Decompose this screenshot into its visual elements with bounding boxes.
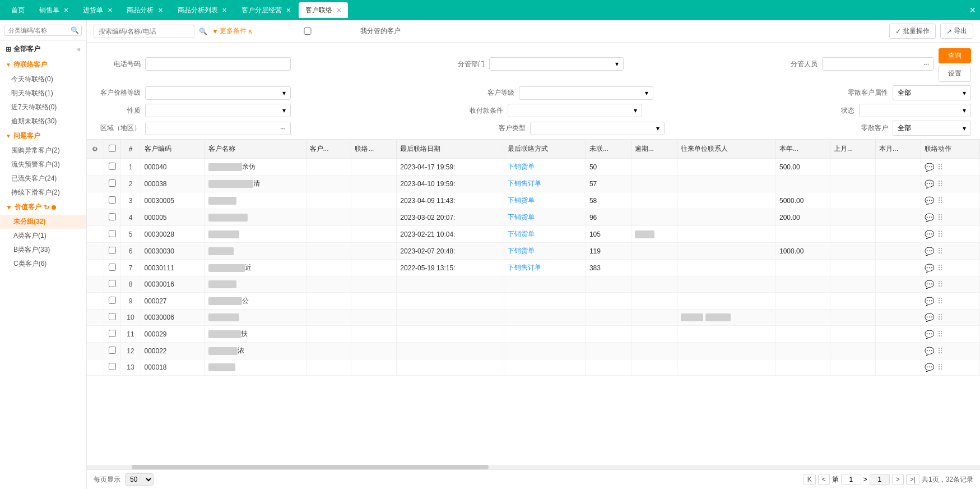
chat-icon[interactable]: 💬 [925,213,934,222]
sidebar-item-tomorrow[interactable]: 明天待联络(1) [0,86,86,100]
cust-grade-select[interactable]: ▾ [519,86,653,100]
grid-action-icon[interactable]: ⠿ [937,330,943,339]
query-button[interactable]: 查询 [939,48,971,63]
my-customers-checkbox-label[interactable]: 我分管的客户 [257,26,401,36]
row-checkbox[interactable] [109,313,116,320]
row-checkbox[interactable] [109,280,116,287]
chat-icon[interactable]: 💬 [925,163,934,172]
tab-sales-order[interactable]: 销售单 × [32,2,75,18]
payment-select[interactable]: ▾ [508,104,642,117]
dept-select[interactable]: ▾ [489,57,624,71]
search-icon[interactable]: 🔍 [199,27,207,35]
reset-button[interactable]: 设置 [939,66,971,82]
close-icon[interactable]: × [222,6,227,15]
td-checkbox[interactable] [104,176,120,192]
method-link[interactable]: 下销货单 [508,247,535,255]
grid-action-icon[interactable]: ⠿ [937,363,943,372]
grid-action-icon[interactable]: ⠿ [937,196,943,205]
export-button[interactable]: ↗ 导出 [940,24,973,39]
close-icon[interactable]: × [158,6,162,15]
td-checkbox[interactable] [104,159,120,176]
sidebar-item-today[interactable]: 今天待联络(0) [0,72,86,86]
collapse-icon[interactable]: « [77,45,81,53]
row-checkbox[interactable] [109,179,116,187]
close-all-button[interactable]: × [969,4,976,16]
prev-page-button[interactable]: < [818,474,830,485]
grid-action-icon[interactable]: ⠿ [937,213,943,222]
row-checkbox[interactable] [109,264,116,271]
chat-icon[interactable]: 💬 [925,230,934,239]
chat-icon[interactable]: 💬 [925,297,934,306]
tab-purchase-order[interactable]: 进货单 × [76,2,119,18]
tab-product-analysis-list[interactable]: 商品分析列表 × [171,2,234,18]
sidebar-item-overdue[interactable]: 逾期未联络(30) [0,114,86,128]
row-checkbox[interactable] [109,297,116,304]
method-link[interactable]: 下销货单 [508,213,535,221]
method-link[interactable]: 下销货单 [508,196,535,204]
chat-icon[interactable]: 💬 [925,196,934,205]
tab-customer-contact[interactable]: 客户联络 × [299,2,348,18]
close-icon[interactable]: × [108,6,112,15]
sidebar-item-no-group[interactable]: 未分组(32) [0,215,86,229]
chat-icon[interactable]: 💬 [925,179,934,188]
select-all-checkbox[interactable] [109,145,116,152]
page-size-select[interactable]: 50 100 200 [125,473,154,486]
chat-icon[interactable]: 💬 [925,347,934,356]
grid-action-icon[interactable]: ⠿ [937,313,943,322]
horizontal-scrollbar[interactable] [87,465,980,469]
grid-action-icon[interactable]: ⠿ [937,247,943,256]
batch-ops-button[interactable]: ✓ 批量操作 [889,24,936,39]
chat-icon[interactable]: 💬 [925,280,934,289]
refresh-icon[interactable]: ↻ [44,204,49,211]
row-checkbox[interactable] [109,196,116,204]
th-checkbox[interactable] [104,140,120,159]
phone-input[interactable] [145,57,291,71]
td-checkbox[interactable] [104,343,120,359]
retail-cust-select[interactable]: 全部 ▾ [893,121,971,136]
grid-action-icon[interactable]: ⠿ [937,230,943,239]
group-problem-customers[interactable]: ▼ 问题客户 [0,128,86,144]
home-tab[interactable]: 首页 [4,6,31,15]
td-checkbox[interactable] [104,359,120,376]
method-link[interactable]: 下销货单 [508,163,535,170]
chat-icon[interactable]: 💬 [925,247,934,256]
grid-action-icon[interactable]: ⠿ [937,297,943,306]
method-link[interactable]: 下销售订单 [508,179,541,187]
page-input[interactable] [841,474,861,485]
td-checkbox[interactable] [104,243,120,260]
td-checkbox[interactable] [104,310,120,326]
manager-select[interactable]: ··· [822,57,934,71]
row-checkbox[interactable] [109,230,116,237]
sidebar-item-class-b[interactable]: B类客户(33) [0,243,86,257]
grid-action-icon[interactable]: ⠿ [937,163,943,172]
nature-select[interactable]: ▾ [145,104,291,117]
cust-type-select[interactable]: ▾ [530,122,665,135]
retail-attr-select[interactable]: 全部 ▾ [893,85,971,100]
sidebar-item-7days[interactable]: 近7天待联络(0) [0,100,86,114]
grid-action-icon[interactable]: ⠿ [937,280,943,289]
td-checkbox[interactable] [104,276,120,293]
my-customers-checkbox[interactable] [257,27,358,35]
sidebar-item-churned[interactable]: 已流失客户(24) [0,172,86,186]
sidebar-item-class-a[interactable]: A类客户(1) [0,229,86,243]
th-settings[interactable]: ⚙ [87,140,104,159]
settings-icon[interactable]: ⚙ [92,145,98,153]
sidebar-item-class-c[interactable]: C类客户(6) [0,257,86,271]
close-icon[interactable]: × [337,6,341,15]
group-value-customers[interactable]: ▼ 价值客户 ↻ [0,200,86,215]
price-grade-select[interactable]: ▾ [145,86,291,100]
search-input[interactable] [94,25,194,38]
chat-icon[interactable]: 💬 [925,264,934,273]
row-checkbox[interactable] [109,247,116,254]
region-select[interactable]: ··· [145,122,291,135]
sidebar-item-declining[interactable]: 持续下滑客户(2) [0,186,86,200]
method-link[interactable]: 下销售订单 [508,264,541,271]
grid-action-icon[interactable]: ⠿ [937,264,943,273]
sidebar-item-churn-warning[interactable]: 流失预警客户(3) [0,158,86,172]
chat-icon[interactable]: 💬 [925,313,934,322]
td-checkbox[interactable] [104,226,120,243]
first-page-button[interactable]: K [803,474,816,485]
scrollbar-thumb[interactable] [132,465,489,469]
td-checkbox[interactable] [104,209,120,226]
td-checkbox[interactable] [104,192,120,209]
